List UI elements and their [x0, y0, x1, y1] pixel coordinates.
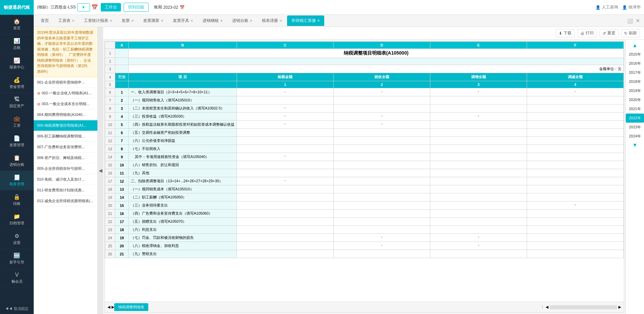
sidebar-item-home[interactable]: 🏠 首页	[0, 15, 34, 34]
sidebar-item-close-period[interactable]: 🔒 结账	[0, 190, 34, 210]
menu-item-008[interactable]: 008-资产折旧、摊销及纳税...	[34, 153, 97, 163]
sidebar-item-fixed-assets[interactable]: 🏗 固定资产	[0, 93, 34, 112]
col-d-header: D	[334, 42, 430, 49]
sidebar-item-settings[interactable]: ⚙ 设置	[0, 229, 34, 249]
tab-invoice-open-close[interactable]: ✕	[190, 19, 193, 23]
table-row: 22 17 （五）捐赠支出（填写A105070）	[105, 218, 624, 226]
unpin-button[interactable]: ◀◀ 取消固定	[0, 303, 34, 314]
tab-tax-list-close[interactable]: ✕	[279, 19, 282, 23]
tab-invoice-open[interactable]: 发票开具 ✕	[168, 15, 197, 26]
sidebar-item-assets-mgmt[interactable]: 💰 资金管理	[0, 73, 34, 93]
year-item-2015[interactable]: 2015年	[626, 50, 644, 59]
tab-income-tax-close[interactable]: ✕	[317, 19, 320, 23]
sidebar-item-tax-mgmt[interactable]: 🧾 税务管理	[0, 171, 34, 190]
sidebar-item-reports[interactable]: 📈 报表中心	[0, 54, 34, 73]
user-menu[interactable]: 👤 徐泽华	[622, 4, 641, 10]
year-item-2018[interactable]: 2018年	[626, 77, 644, 86]
sidebar-label-fixed-assets: 固定资产	[9, 103, 24, 108]
tab-invoice-calc-close[interactable]: ✕	[161, 19, 163, 23]
sidebar-label-tax-mgmt: 税务管理	[9, 182, 24, 187]
year-item-2020[interactable]: 2020年	[626, 95, 644, 104]
tab-purchase-check[interactable]: 进销稽核 ✕	[198, 15, 227, 26]
menu-item-011[interactable]: 011-研发费用加计扣除优惠...	[34, 185, 97, 196]
tab-salary-report[interactable]: 工资统计报表 ✕	[80, 15, 117, 26]
sub-4-header: 4	[527, 81, 624, 88]
year-item-2016[interactable]: 2016年	[626, 59, 644, 68]
new-guide-icon: 🆕	[13, 252, 20, 259]
menu-item-010[interactable]: 010-免税、减计收入及加计...	[34, 174, 97, 185]
table-row: 17 12 二、扣除类调整项目（13+14+...24+26+27+28+29+…	[105, 177, 624, 185]
menu-item-012[interactable]: 012-减免企业所得税优惠明细表(...	[34, 196, 97, 207]
year-item-2017[interactable]: 2017年	[626, 68, 644, 77]
tab-tax-list[interactable]: 税表清册 ✕	[257, 15, 286, 26]
menu-item-001[interactable]: 001-企业所得税年度纳税申...	[34, 77, 97, 88]
menu-item-002[interactable]: ⊗ 002-一般企业收入明细表(A1...	[34, 88, 97, 99]
print-icon: 🖨	[580, 31, 584, 36]
sidebar-label-purchase-ledger: 进销台账	[9, 162, 24, 167]
year-nav-up[interactable]: ▲	[631, 41, 639, 50]
table-row: 6 1 一、收入类调整项目（2+3+4+5+6+7+8+10+11） * * *…	[105, 88, 624, 96]
scrollbar-track[interactable]	[550, 305, 617, 309]
sidebar-item-vip[interactable]: V 畅会员	[0, 269, 34, 288]
tab-salary-report-close[interactable]: ✕	[110, 19, 112, 23]
tab-invoice[interactable]: 发票 ✕	[117, 15, 138, 26]
sidebar-item-new-guide[interactable]: 🆕 新手引导	[0, 249, 34, 269]
sidebar-label-vip: 畅会员	[11, 279, 23, 284]
tab-invoice-close[interactable]: ✕	[131, 19, 134, 23]
col-a-header: A	[115, 42, 129, 49]
sidebar-label-home: 首页	[13, 26, 21, 31]
year-item-2021[interactable]: 2021年	[626, 104, 644, 114]
menu-item-007[interactable]: 007-广告费和业务宣传费明...	[34, 142, 97, 153]
download-button[interactable]: ⬇ 下载	[556, 29, 575, 37]
maximize-button[interactable]: ⬜	[626, 18, 634, 24]
tab-purchase-check-label: 进销稽核	[203, 18, 219, 24]
tab-salary-sheet-close[interactable]: ✕	[72, 19, 74, 23]
dropdown-arrow[interactable]: ▼	[77, 3, 90, 11]
reset-button[interactable]: ↺ 重置	[600, 29, 618, 37]
collapse-panel-button[interactable]: ◀	[98, 27, 103, 314]
sheet-next-button[interactable]: ▶	[112, 305, 114, 309]
sidebar-item-salary[interactable]: 💼 工资	[0, 112, 34, 132]
salary-icon: 💼	[13, 116, 20, 122]
sheet-prev-button[interactable]: ◀	[108, 305, 110, 309]
table-row: 1 纳税调整项目明细表(A105000)	[105, 49, 624, 58]
menu-item-010-label: 010-免税、减计收入及加计...	[37, 177, 85, 182]
close-all-button[interactable]: ✕	[634, 18, 641, 24]
scroll-right-icon[interactable]: ▶	[618, 305, 621, 309]
year-nav-down[interactable]: ▼	[631, 141, 639, 150]
menu-item-004[interactable]: 004-期间费用明细表(A1040...	[34, 109, 97, 120]
sheet-tab[interactable]: 纳税调整明细表	[114, 303, 148, 311]
menu-item-003[interactable]: ⊗ 003-一般企业成本支出明细...	[34, 99, 97, 109]
sidebar-item-archive[interactable]: 📁 归档管理	[0, 210, 34, 229]
company-label: (物副）江西股金-LSS	[37, 4, 76, 10]
tab-income-tax[interactable]: 所得税汇算缴 ✕	[287, 15, 324, 26]
menu-item-009[interactable]: 009-企业所得税弥补亏损明...	[34, 163, 97, 174]
menu-item-006[interactable]: 006-职工薪酬纳税调整明细...	[34, 131, 97, 142]
tab-purchase-ledger-close[interactable]: ✕	[250, 19, 252, 23]
scroll-left-icon[interactable]: ◀	[546, 305, 548, 309]
sidebar-item-ledger[interactable]: 📊 总账	[0, 34, 34, 54]
vip-icon: V	[15, 272, 19, 278]
collapse-icon: ◀	[98, 168, 103, 173]
workbench-button[interactable]: 工作台	[101, 3, 121, 11]
tab-tax-list-label: 税表清册	[262, 18, 278, 24]
tab-invoice-calc[interactable]: 发票测算 ✕	[139, 15, 168, 26]
help-button[interactable]: 👤 人工咨询	[595, 4, 618, 10]
refresh-button[interactable]: ↻ 刷新	[621, 29, 640, 37]
year-item-2019[interactable]: 2019年	[626, 86, 644, 95]
switch-old-button[interactable]: 切到旧版	[124, 3, 149, 12]
print-button[interactable]: 🖨 打印	[577, 29, 597, 37]
year-item-2023[interactable]: 2023年	[626, 123, 644, 132]
year-item-2024[interactable]: 2024年	[626, 132, 644, 141]
app-logo: 畅捷通易代账	[0, 0, 34, 15]
menu-item-012-label: 012-减免企业所得税优惠明细表(...	[37, 198, 93, 203]
tab-salary-sheet[interactable]: 工资表 ✕	[54, 15, 79, 26]
tab-purchase-ledger[interactable]: 进销台账 ✕	[228, 15, 257, 26]
menu-item-005[interactable]: 005-纳税调整项目明细表(A1...	[34, 120, 97, 131]
sidebar-item-invoice-mgmt[interactable]: 📄 发票管理	[0, 132, 34, 151]
year-item-2022[interactable]: 2022年	[626, 114, 644, 123]
sidebar-label-archive: 归档管理	[9, 221, 24, 226]
tab-home[interactable]: 首页	[36, 15, 53, 26]
tab-purchase-check-close[interactable]: ✕	[220, 19, 223, 23]
sidebar-item-purchase-ledger[interactable]: 📋 进销台账	[0, 151, 34, 171]
